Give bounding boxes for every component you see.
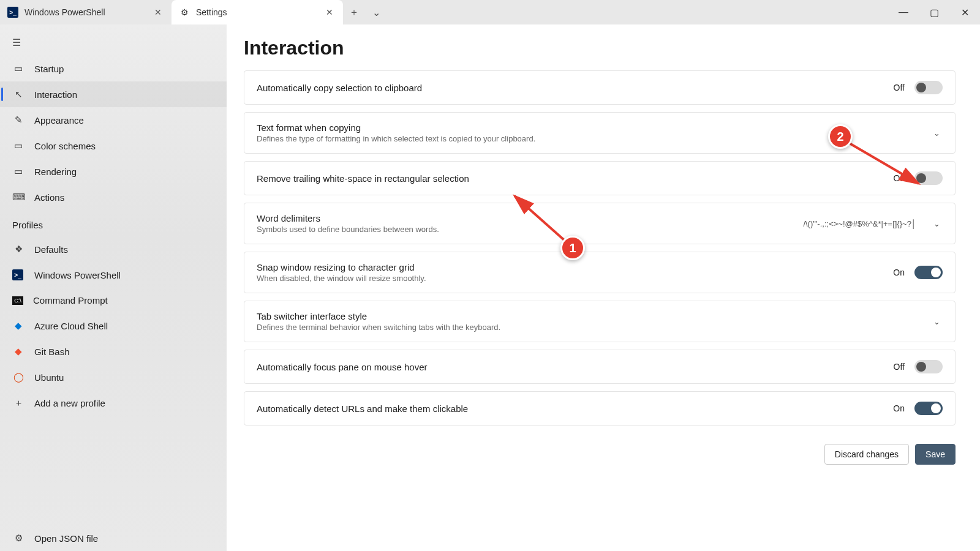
svg-line-1	[845, 141, 919, 184]
svg-line-0	[514, 196, 570, 245]
annotation-arrows	[0, 0, 980, 551]
